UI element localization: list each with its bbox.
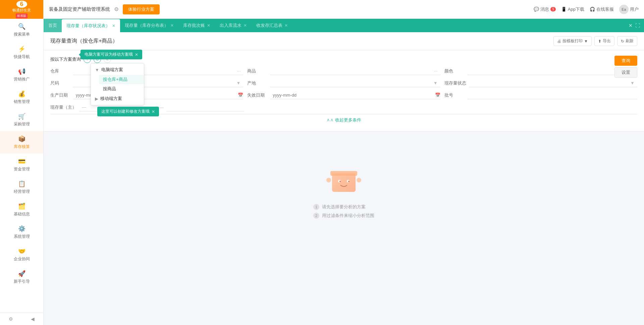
sidebar-item-guide[interactable]: 🚀 新手引导 (0, 266, 43, 288)
settings-btn[interactable]: ⚙ (9, 316, 13, 322)
produce-date-label: 生产日期 (50, 92, 70, 98)
export-icon: ⬆ (598, 39, 601, 44)
batch-input[interactable] (467, 91, 637, 99)
tab-stock-dist[interactable]: 现存量（库存分布表） ✕ (120, 19, 178, 32)
search-btn[interactable]: 查询 (614, 56, 637, 66)
desktop-sub-schemes: 按仓库+商品 按商品 (91, 75, 144, 94)
filter-field-stock-status: 现存量状态 ▼ (444, 79, 637, 87)
phone-icon: 📱 (561, 7, 567, 12)
scheme-panel: ▼ 电脑端方案 按仓库+商品 按商品 ▶ 移动端方案 (91, 63, 144, 105)
expire-date-start[interactable] (270, 91, 434, 99)
refresh-btn[interactable]: ↻ 刷新 (617, 36, 637, 46)
scheme-tooltip-close[interactable]: ✕ (135, 52, 138, 57)
stock-qty-max[interactable] (166, 103, 244, 111)
sidebar-item-finance[interactable]: 💳 资金管理 (0, 154, 43, 176)
industry-btn[interactable]: 体验行业方案 (123, 4, 160, 14)
expire-date-calendar[interactable]: 📅 (435, 93, 440, 98)
sidebar-item-operations[interactable]: 📋 经营管理 (0, 176, 43, 199)
sidebar-item-purchase[interactable]: 🛒 采购管理 (0, 109, 43, 131)
user-menu[interactable]: Ea 用户 (619, 5, 639, 14)
tab-stock-dist-close[interactable]: ✕ (170, 23, 174, 28)
tab-batch-close[interactable]: ✕ (207, 23, 210, 28)
message-btn[interactable]: 💬 消息 9 (534, 6, 556, 12)
mobile-scheme-item[interactable]: ▶ 移动端方案 (91, 94, 144, 104)
product-select[interactable]: ··· (270, 67, 440, 75)
sidebar-item-inventory[interactable]: 📦 库存核算 (0, 131, 43, 154)
sidebar-item-enterprise[interactable]: 🤝 企业协同 (0, 243, 43, 266)
expire-date-label: 失效日期 (247, 92, 267, 98)
print-icon: 🖨 (557, 39, 561, 44)
collapse-label: 收起更多条件 (335, 117, 361, 122)
headset-icon: 🎧 (590, 7, 595, 12)
stock-qty-label: 现存量（主） (50, 104, 76, 110)
warehouse-dots: ··· (237, 68, 240, 73)
sub-scheme-warehouse[interactable]: 按仓库+商品 (99, 75, 144, 84)
print-dropdown-icon: ▼ (584, 39, 588, 44)
tabbar-actions: ✕ ⛶ (629, 23, 644, 28)
filter-field-origin: 产地 ▼ (247, 79, 440, 87)
sidebar-item-system[interactable]: ⚙️ 系统管理 (0, 221, 43, 243)
tab-summary[interactable]: 收发存汇总表 ✕ (252, 19, 292, 32)
export-btn[interactable]: ⬆ 导出 (594, 36, 614, 46)
user-avatar: Ea (619, 5, 629, 14)
sidebar-item-label: 销售管理 (14, 99, 30, 105)
system-icon: ⚙️ (18, 225, 25, 232)
color-label: 颜色 (444, 68, 465, 74)
empty-illustration (324, 158, 364, 199)
setting-btn[interactable]: 设置 (614, 67, 637, 78)
system-title: 装备及固定资产辅助管理系统 (49, 6, 110, 12)
app-download-btn[interactable]: 📱 App下载 (561, 6, 584, 12)
sidebar-item-label: 新手引导 (14, 279, 30, 284)
desktop-scheme-item[interactable]: ▼ 电脑端方案 (91, 65, 144, 75)
online-support-btn[interactable]: 🎧 在线客服 (590, 6, 614, 12)
tab-summary-close[interactable]: ✕ (284, 23, 288, 28)
tab-batch-label: 库存批次账 (183, 22, 205, 29)
stock-status-select[interactable]: ▼ (469, 79, 637, 87)
svg-point-6 (326, 178, 331, 182)
action-buttons: 查询 设置 (614, 56, 637, 78)
sidebar-item-marketing[interactable]: 📢 营销推广 (0, 64, 43, 86)
step-1-text: 请先选择要分析的方案 (322, 204, 366, 210)
svg-point-7 (357, 178, 361, 182)
product-label: 商品 (247, 68, 267, 74)
scheme-tooltip: 电脑方案可设为移动方案哦 ✕ (80, 50, 142, 59)
tab-stock-dist-label: 现存量（库存分布表） (125, 22, 168, 29)
app-name: 畅通好生意 (12, 8, 31, 13)
step-2-text: 用过滤条件来缩小分析范围 (322, 213, 374, 219)
scheme-edit-tooltip-close[interactable]: ✕ (152, 109, 155, 114)
tab-batch[interactable]: 库存批次账 ✕ (178, 19, 215, 32)
filter-field-color: 颜色 ▼ (444, 67, 637, 75)
tab-stock-status[interactable]: 现存量（库存状况表） ✕ (62, 19, 120, 33)
tab-stock-status-close[interactable]: ✕ (112, 23, 115, 28)
print-btn[interactable]: 🖨 按模板打印 ▼ (553, 36, 592, 46)
sales-icon: 💰 (18, 90, 25, 98)
scheme-edit-tooltip: 这里可以创建和修改方案哦 ✕ (97, 107, 159, 116)
filter-field-product: 商品 ··· (247, 67, 440, 75)
sidebar-item-search[interactable]: 🔍 搜索菜单 (0, 19, 43, 41)
topbar-settings-icon[interactable]: ⚙ (114, 6, 119, 12)
origin-select[interactable]: ▼ (270, 79, 440, 87)
search-icon: 🔍 (18, 23, 25, 30)
sidebar-item-label: 快捷导航 (14, 54, 30, 60)
svg-point-5 (348, 181, 350, 182)
sidebar-item-quicknav[interactable]: ⚡ 快捷导航 (0, 41, 43, 64)
close-all-icon[interactable]: ✕ (629, 23, 633, 28)
collapse-btn[interactable]: ◀ (31, 316, 35, 322)
sub-scheme-product[interactable]: 按商品 (99, 84, 144, 94)
sidebar-item-label: 搜索菜单 (14, 32, 30, 37)
tab-inout[interactable]: 出入库流水 ✕ (215, 19, 252, 32)
fullscreen-icon[interactable]: ⛶ (635, 23, 640, 28)
sidebar-item-basic[interactable]: 🗂️ 基础信息 (0, 199, 43, 221)
enterprise-icon: 🤝 (18, 248, 25, 255)
page-header: 现存量查询（按仓库+商品） 🖨 按模板打印 ▼ ⬆ 导出 ↻ 刷新 (44, 32, 644, 50)
scheme-tooltip-text: 电脑方案可设为移动方案哦 (85, 52, 133, 57)
tab-home[interactable]: 首页 (44, 19, 62, 32)
mobile-scheme-label: 移动端方案 (100, 96, 122, 102)
purchase-icon: 🛒 (18, 113, 25, 120)
sidebar-item-sales[interactable]: 💰 销售管理 (0, 86, 43, 109)
produce-date-calendar[interactable]: 📅 (238, 93, 243, 98)
tab-summary-label: 收发存汇总表 (256, 22, 282, 29)
tab-inout-close[interactable]: ✕ (244, 23, 247, 28)
filter-field-warehouse: 仓库 ··· (50, 67, 243, 75)
color-select[interactable]: ▼ (467, 67, 637, 75)
